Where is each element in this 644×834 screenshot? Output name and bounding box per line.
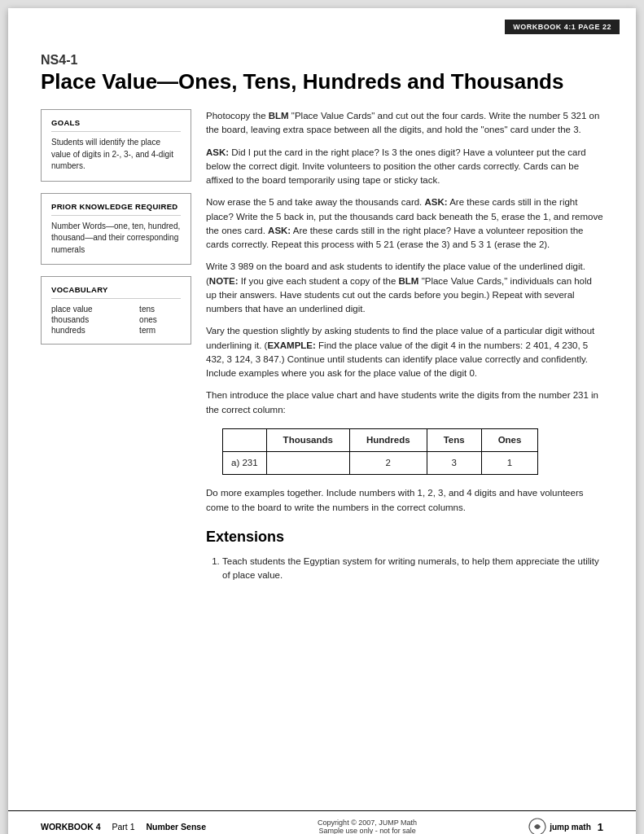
col-header-tens: Tens bbox=[427, 428, 481, 451]
example-label: EXAMPLE: bbox=[267, 340, 315, 350]
extension-item-1: Teach students the Egyptian system for w… bbox=[222, 556, 599, 580]
vocab-cell: term bbox=[139, 325, 181, 336]
content-area: NS4-1 Place Value—Ones, Tens, Hundreds a… bbox=[8, 8, 636, 636]
prior-knowledge-content: Number Words—one, ten, hundred, thousand… bbox=[51, 221, 181, 257]
footer-subject: Number Sense bbox=[147, 822, 207, 832]
ask-label-2: ASK: bbox=[425, 197, 448, 207]
list-item: Teach students the Egyptian system for w… bbox=[222, 555, 603, 583]
footer-copyright: Copyright © 2007, JUMP Math bbox=[318, 819, 417, 827]
vocab-row-1: place value tens bbox=[51, 304, 181, 314]
ask-label-1: ASK: bbox=[206, 147, 229, 157]
vocab-cell: place value bbox=[51, 304, 139, 314]
paragraph-2: ASK: Did I put the card in the right pla… bbox=[206, 146, 603, 188]
paragraph-4: Write 3 989 on the board and ask student… bbox=[206, 260, 603, 316]
table-header-row: Thousands Hundreds Tens Ones bbox=[223, 428, 538, 451]
jump-math-text: jump math bbox=[550, 823, 591, 832]
col-header-hundreds: Hundreds bbox=[349, 428, 427, 451]
vocab-row-2: thousands ones bbox=[51, 314, 181, 325]
prior-knowledge-box: PRIOR KNOWLEDGE REQUIRED Number Words—on… bbox=[41, 193, 191, 266]
goals-content: Students will identify the place value o… bbox=[51, 137, 181, 173]
vocab-cell: thousands bbox=[51, 314, 139, 325]
paragraph-1: Photocopy the BLM "Place Value Cards" an… bbox=[206, 109, 603, 138]
blm-bold-1: BLM bbox=[269, 111, 289, 121]
footer-sample-use: Sample use only - not for sale bbox=[318, 827, 417, 834]
col-header-ones: Ones bbox=[481, 428, 538, 451]
prior-knowledge-title: PRIOR KNOWLEDGE REQUIRED bbox=[51, 202, 181, 216]
main-body: GOALS Students will identify the place v… bbox=[41, 109, 603, 587]
footer-page-number: 1 bbox=[598, 821, 603, 833]
cell-ones: 1 bbox=[481, 452, 538, 475]
footer-workbook: WORKBOOK 4 bbox=[41, 822, 101, 832]
paragraph-7: Do more examples together. Include numbe… bbox=[206, 486, 603, 515]
place-value-table-container: Thousands Hundreds Tens Ones a) 231 2 bbox=[222, 428, 603, 476]
note-label: NOTE: bbox=[209, 276, 239, 286]
workbook-header-text: WORKBOOK 4:1 PAGE 22 bbox=[513, 23, 611, 31]
ns-label: NS4-1 bbox=[41, 53, 603, 68]
footer-right: jump math 1 bbox=[528, 818, 603, 834]
vocabulary-box: VOCABULARY place value tens thousands on… bbox=[41, 276, 191, 345]
extensions-list: Teach students the Egyptian system for w… bbox=[206, 555, 603, 583]
footer: WORKBOOK 4 Part 1 Number Sense Copyright… bbox=[8, 810, 636, 834]
row-label-a231: a) 231 bbox=[223, 452, 267, 475]
vocab-row-3: hundreds term bbox=[51, 325, 181, 336]
vocab-cell: hundreds bbox=[51, 325, 139, 336]
workbook-header-banner: WORKBOOK 4:1 PAGE 22 bbox=[505, 20, 620, 34]
sidebar: GOALS Students will identify the place v… bbox=[41, 109, 191, 587]
goals-box: GOALS Students will identify the place v… bbox=[41, 109, 191, 182]
jump-math-logo: jump math bbox=[528, 818, 591, 834]
paragraph-5: Vary the question slightly by asking stu… bbox=[206, 324, 603, 380]
footer-center: Copyright © 2007, JUMP Math Sample use o… bbox=[318, 819, 417, 834]
vocabulary-title: VOCABULARY bbox=[51, 285, 181, 299]
cell-thousands bbox=[266, 452, 349, 475]
goals-title: GOALS bbox=[51, 118, 181, 132]
cell-hundreds: 2 bbox=[349, 452, 427, 475]
vocab-cell: tens bbox=[139, 304, 181, 314]
footer-left: WORKBOOK 4 Part 1 Number Sense bbox=[41, 822, 206, 832]
jump-math-icon bbox=[528, 818, 546, 834]
vocabulary-table: place value tens thousands ones hundreds… bbox=[51, 304, 181, 336]
cell-tens: 3 bbox=[427, 452, 481, 475]
vocab-cell: ones bbox=[139, 314, 181, 325]
place-value-table: Thousands Hundreds Tens Ones a) 231 2 bbox=[222, 428, 538, 476]
footer-part: Part 1 bbox=[112, 822, 135, 832]
blm-bold-2: BLM bbox=[399, 276, 419, 286]
main-content: Photocopy the BLM "Place Value Cards" an… bbox=[206, 109, 603, 587]
ask-label-3: ASK: bbox=[268, 226, 291, 235]
paragraph-3: Now erase the 5 and take away the thousa… bbox=[206, 195, 603, 252]
table-row: a) 231 2 3 1 bbox=[223, 452, 538, 475]
page: WORKBOOK 4:1 PAGE 22 NS4-1 Place Value—O… bbox=[8, 8, 636, 834]
col-header-thousands: Thousands bbox=[266, 428, 349, 451]
page-title: Place Value—Ones, Tens, Hundreds and Tho… bbox=[41, 69, 603, 94]
paragraph-6: Then introduce the place value chart and… bbox=[206, 388, 603, 417]
col-header-blank bbox=[223, 428, 267, 451]
extensions-title: Extensions bbox=[206, 526, 603, 548]
